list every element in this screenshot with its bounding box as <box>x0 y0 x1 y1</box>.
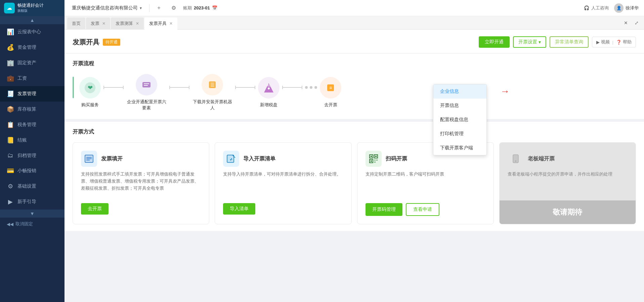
sidebar-item-fund[interactable]: 💰 资金管理 <box>0 40 65 55</box>
tab-invoice-label: 发票 <box>91 21 99 27</box>
svg-text:税: 税 <box>267 83 270 87</box>
boss-overlay: 敬请期待 <box>500 200 636 224</box>
scan-manage-button[interactable]: 开票码管理 <box>366 203 402 216</box>
method-card-import: 导入开票清单 支持导入待开票清单，可对待开票清单进行拆分、合并处理。 导入清单 <box>215 142 351 224</box>
sidebar-item-tax[interactable]: 📋 税务管理 <box>0 117 65 133</box>
avatar: 👤 <box>614 3 624 13</box>
separator-1: | <box>612 40 613 45</box>
dropdown-item-tax-disk[interactable]: 配置税盘信息 <box>433 113 486 127</box>
sidebar-item-settings[interactable]: ⚙ 基础设置 <box>0 179 65 194</box>
flow-step-1[interactable]: ❤ 购买服务 <box>79 77 101 108</box>
tab-invoice-close[interactable]: ✕ <box>102 21 105 26</box>
help-icon: ❓ <box>616 40 621 45</box>
sidebar-item-invoice[interactable]: 🧾 发票管理 <box>0 86 65 102</box>
flow-connector-1 <box>103 87 124 88</box>
scan-buttons: 开票码管理 查看申请 <box>366 203 485 216</box>
flow-step-3[interactable]: ☰ 下载并安装开票机器人 <box>192 74 232 111</box>
dropdown-item-invoice-info[interactable]: 开票信息 <box>433 99 486 113</box>
cancel-pin-button[interactable]: ◀◀ 取消固定 <box>0 218 65 230</box>
sidebar-item-archive[interactable]: 🗂 归档管理 <box>0 148 65 163</box>
method-scan-desc: 支持定制开票二维码，客户端可扫码开票 <box>366 171 485 198</box>
sidebar-item-report[interactable]: 📊 云报表中心 <box>0 24 65 40</box>
sidebar-label-salary: 工资 <box>17 75 27 81</box>
svg-text:≡: ≡ <box>329 85 332 90</box>
period-value: 2023-01 <box>194 5 210 10</box>
methods-grid: 发票填开 支持按照发票样式手工填开发票；可开具增值税电子普通发票、增值税普通发票… <box>73 142 636 224</box>
settings-chevron-icon: ▾ <box>539 39 541 45</box>
divider-1 <box>149 4 149 12</box>
tab-estimate[interactable]: 发票测算 ✕ <box>111 17 144 30</box>
svg-point-31 <box>515 160 516 162</box>
flow-connector-2 <box>169 87 189 88</box>
fill-goto-button[interactable]: 去开票 <box>81 203 109 215</box>
tab-bar: 首页 发票 ✕ 发票测算 ✕ 发票开具 ✕ ✕ ⤢ <box>65 16 644 30</box>
methods-section: 开票方式 发票填开 支持按照发票样式手工填开发票；可开具增值税电子普通发票、增值… <box>65 122 644 231</box>
tab-issue[interactable]: 发票开具 ✕ <box>144 17 177 30</box>
sidebar-scroll-up[interactable]: ▲ <box>0 16 65 24</box>
svg-rect-24 <box>375 156 377 157</box>
chevron-up-icon: ▲ <box>30 17 35 23</box>
flow-step-5[interactable]: ≡ 去开票 <box>320 77 341 108</box>
svg-rect-17 <box>227 155 234 162</box>
sidebar-scroll-down[interactable]: ▼ <box>0 210 65 218</box>
content-area: 首页 发票 ✕ 发票测算 ✕ 发票开具 ✕ ✕ ⤢ <box>65 16 644 302</box>
sidebar: ▲ 📊 云报表中心 💰 资金管理 🏢 固定资产 💼 工资 🧾 发票管理 <box>0 16 65 302</box>
sidebar-label-archive: 归档管理 <box>17 153 36 159</box>
step-2-label: 企业开通配置开票六要素 <box>126 99 167 111</box>
dropdown-item-download-client[interactable]: 下载开票客户端 <box>433 141 486 155</box>
sidebar-label-invoice: 发票管理 <box>17 91 36 97</box>
tax-icon: 📋 <box>7 121 14 128</box>
flow-step-4[interactable]: 税 新增税盘 <box>258 77 280 108</box>
tab-expand-button[interactable]: ⤢ <box>632 18 641 28</box>
sidebar-item-expense[interactable]: 💳 小畅报销 <box>0 163 65 179</box>
dropdown-item-printer[interactable]: 打印机管理 <box>433 127 486 141</box>
step-4-icon: 税 <box>258 77 280 99</box>
main-area: ▲ 📊 云报表中心 💰 资金管理 🏢 固定资产 💼 工资 🧾 发票管理 <box>0 16 644 302</box>
content-scroll[interactable]: 发票开具 待开通 立即开通 开票设置 ▾ 异常清单查询 ▶ 视频 <box>65 30 644 302</box>
exception-button[interactable]: 异常清单查询 <box>550 36 589 48</box>
settings-icon[interactable]: ⚙ <box>168 3 179 13</box>
sidebar-item-guide[interactable]: ▶ 新手引导 <box>0 194 65 210</box>
step-1-label: 购买服务 <box>81 102 99 108</box>
settings-button[interactable]: 开票设置 ▾ <box>513 36 546 48</box>
flow-step-2[interactable]: 企业开通配置开票六要素 <box>126 74 167 111</box>
scan-icon <box>366 151 382 167</box>
step-1-icon: ❤ <box>79 77 101 99</box>
tab-invoice[interactable]: 发票 ✕ <box>86 17 110 30</box>
sidebar-item-account[interactable]: 📒 结账 <box>0 133 65 148</box>
red-arrow: → <box>500 86 510 97</box>
tab-home[interactable]: 首页 <box>67 17 85 30</box>
method-fill-desc: 支持按照发票样式手工填开发票；可开具增值税电子普通发票、增值税普通发票、增值税专… <box>81 171 201 198</box>
tab-estimate-close[interactable]: ✕ <box>136 21 139 26</box>
scan-view-button[interactable]: 查看申请 <box>406 203 439 216</box>
sidebar-label-tax: 税务管理 <box>17 122 36 128</box>
dropdown-item-company[interactable]: 企业信息 <box>433 84 486 99</box>
svg-rect-25 <box>371 160 372 162</box>
tab-close-button[interactable]: ✕ <box>621 18 631 28</box>
import-button[interactable]: 导入清单 <box>223 203 255 215</box>
sidebar-item-salary[interactable]: 💼 工资 <box>0 71 65 86</box>
tab-home-label: 首页 <box>72 21 81 27</box>
top-right-area: 🎧 人工咨询 👤 徐泽华 <box>584 3 639 13</box>
tab-issue-close[interactable]: ✕ <box>169 21 173 26</box>
customer-service-button[interactable]: 🎧 人工咨询 <box>584 5 609 11</box>
sidebar-label-fund: 资金管理 <box>17 44 36 50</box>
sidebar-item-asset[interactable]: 🏢 固定资产 <box>0 55 65 71</box>
sidebar-label-account: 结账 <box>17 137 27 143</box>
video-button[interactable]: ▶ 视频 | ❓ 帮助 <box>592 37 636 47</box>
svg-rect-2 <box>142 82 151 87</box>
step-2-icon <box>136 74 157 96</box>
user-info-button[interactable]: 👤 徐泽华 <box>614 3 639 13</box>
period-display: 账期 2023-01 📅 <box>183 5 217 11</box>
sidebar-item-inventory[interactable]: 📦 库存核算 <box>0 102 65 117</box>
add-company-button[interactable]: ＋ <box>154 3 164 13</box>
section-divider-1 <box>65 119 644 122</box>
headset-icon: 🎧 <box>584 5 589 10</box>
play-icon: ▶ <box>596 40 600 45</box>
calendar-icon[interactable]: 📅 <box>212 5 217 10</box>
activate-button[interactable]: 立即开通 <box>479 36 510 48</box>
company-selector[interactable]: 重庆畅捷交通信息咨询有限公司 ▾ <box>69 4 145 12</box>
method-import-header: 导入开票清单 <box>223 151 343 167</box>
boss-icon <box>508 151 524 167</box>
flow-dots <box>305 86 317 89</box>
